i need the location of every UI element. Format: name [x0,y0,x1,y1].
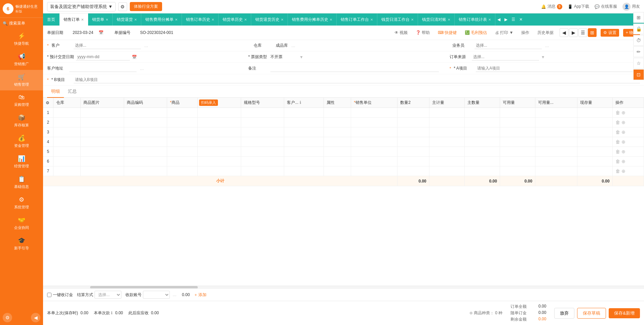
delete-row-icon[interactable]: 🗑 [615,129,620,135]
date-value[interactable]: 2023-03-24 [73,30,93,35]
remark-input[interactable] [270,65,439,72]
col-header-gear[interactable]: ⚙ [43,98,53,108]
invoice-value[interactable]: 不开票 [270,54,297,60]
row-sku[interactable] [124,147,167,157]
settings-icon-btn[interactable]: ⚙ [118,2,127,11]
row-customer-sku[interactable] [284,127,324,137]
close-tab-sales-return[interactable]: ✕ [134,18,137,22]
sidebar-item-marketing[interactable]: 📢 营销推广 [0,49,43,70]
row-main-qty[interactable] [464,118,500,127]
shortcut-btn[interactable]: ⌨ 快捷键 [436,29,459,36]
row-attr[interactable] [324,157,351,166]
row-sku[interactable] [124,166,167,176]
close-tab-expense-split[interactable]: ✕ [175,18,178,22]
payment-method-select[interactable]: 选择... [94,291,121,299]
form-view-btn[interactable]: ⊞ [588,28,597,37]
row-sku[interactable] [124,137,167,147]
copy-row-icon[interactable]: ⊕ [621,159,626,164]
sidebar-item-purchase[interactable]: 🛍 采购管理 [0,90,43,111]
preview-btn[interactable]: 👁 视频 [392,29,410,36]
app-download-item[interactable]: 📱 App下载 [568,4,589,9]
row-customer-sku[interactable] [284,137,324,147]
online-service-item[interactable]: 💬 在线客服 [595,4,617,9]
discard-btn[interactable]: 放弃 [554,308,574,319]
sidebar-item-sales[interactable]: 🛒 销售管理 [0,70,43,90]
order-source-input[interactable] [472,53,539,60]
invoice-dropdown-icon[interactable]: ▼ [299,55,303,59]
row-qty2[interactable] [397,127,429,137]
close-tab-order-history[interactable]: ✕ [212,18,214,22]
agent-more-icon[interactable]: … [544,43,551,48]
row-unit[interactable] [351,108,397,118]
delete-row-icon[interactable]: 🗑 [615,110,620,115]
tab-expense-split[interactable]: 销售费用分摊单 ✕ [141,13,182,26]
tab-sales-return[interactable]: 销货退货 ✕ [113,13,141,26]
copy-row-icon[interactable]: ⊕ [621,168,626,174]
tab-next-btn[interactable]: ▶ [502,17,509,22]
sidebar-item-base-info[interactable]: 📋 基础信息 [0,172,43,193]
delete-row-icon[interactable]: 🗑 [615,168,620,174]
row-main-qty[interactable] [464,137,500,147]
close-tab-return-history[interactable]: ✕ [281,18,283,22]
row-sku[interactable] [124,108,167,118]
row-spec[interactable] [241,166,284,176]
row-goods[interactable] [167,108,198,118]
industry-btn[interactable]: 体验行业方案 [130,2,162,11]
row-attr[interactable] [324,137,351,147]
sidebar-item-quick-nav[interactable]: ⚡ 快捷导航 [0,29,43,49]
settings-btn[interactable]: ⚙ 设置 [601,29,619,37]
row-unit[interactable] [351,118,397,127]
close-tab-statistics[interactable]: ✕ [488,18,491,22]
calendar-icon[interactable]: 📅 [99,30,104,35]
row-qty2[interactable] [397,147,429,157]
copy-row-icon[interactable]: ⊕ [621,120,626,125]
row-attr[interactable] [324,166,351,176]
row-goods[interactable] [167,166,198,176]
copy-row-icon[interactable]: ⊕ [621,149,626,154]
tab-reconcile[interactable]: 钱货日清对账 ✕ [418,13,455,26]
agent-input[interactable] [475,42,542,49]
app-selector[interactable]: 装备及固定资产辅助管理系统 ▼ [47,2,116,11]
tab-cash-workbench[interactable]: 钱货日清工作台 ✕ [377,13,418,26]
close-tab-reconcile[interactable]: ✕ [448,18,450,22]
delete-row-icon[interactable]: 🗑 [615,159,620,164]
row-sku[interactable] [124,127,167,137]
row-main-qty[interactable] [464,157,500,166]
add-link[interactable]: ＋ 添加 [194,292,206,298]
save-btn[interactable]: 保存&新增 [609,308,640,318]
close-tab-sales-bill[interactable]: ✕ [106,18,108,22]
row-customer-sku[interactable] [284,166,324,176]
row-qty2[interactable] [397,137,429,147]
right-panel-btn-1[interactable]: ⊞ [633,12,644,23]
right-panel-btn-4[interactable]: ✏ [633,46,644,57]
row-main-qty[interactable] [464,166,500,176]
settings-bottom-btn[interactable]: ⚙ [3,313,12,322]
right-panel-btn-5[interactable]: ☆ [633,58,644,69]
sidebar-item-finance[interactable]: 💰 资金管理 [0,131,43,152]
project-b-input[interactable] [74,76,640,83]
tab-prev-btn[interactable]: ◀ [495,17,502,22]
delete-row-icon[interactable]: 🗑 [615,120,620,125]
row-goods[interactable] [167,127,198,137]
row-attr[interactable] [324,147,351,157]
row-qty2[interactable] [397,118,429,127]
close-tab-expense-history[interactable]: ✕ [330,18,332,22]
address-input[interactable] [69,65,137,72]
row-customer-sku[interactable] [284,118,324,127]
tab-return-history[interactable]: 销货退货历史 ✕ [251,13,288,26]
row-qty2[interactable] [397,157,429,166]
close-tab-bill-history[interactable]: ✕ [244,18,247,22]
row-qty2[interactable] [397,108,429,118]
project-a-input[interactable] [476,65,640,72]
row-spec[interactable] [241,157,284,166]
next-record-btn[interactable]: ▶ [569,28,578,37]
delivery-input[interactable] [76,53,130,60]
row-goods[interactable] [167,157,198,166]
help-circle-icon[interactable]: ℹ [300,100,301,105]
close-tab-sales-order[interactable]: ✕ [81,18,84,22]
operations-btn[interactable]: 操作 [519,29,531,36]
right-panel-btn-6[interactable]: ⊡ [633,69,644,80]
sidebar-item-inventory[interactable]: 📦 库存核算 [0,111,43,131]
scan-btn[interactable]: 扫码录入 [199,99,218,106]
one-click-label[interactable]: 一键收订金 [47,292,73,298]
